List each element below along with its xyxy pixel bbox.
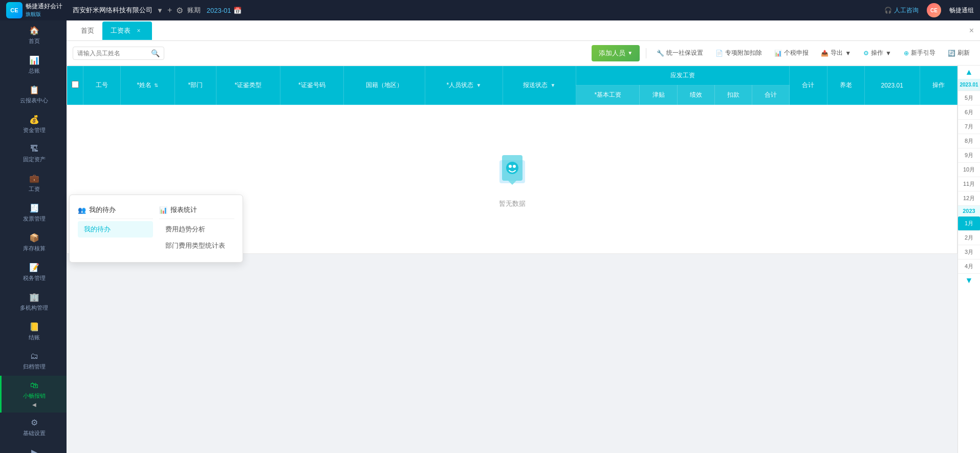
sidebar-item-close-accounts[interactable]: 📒 结账 — [0, 317, 67, 347]
sidebar-label-inventory: 库存核算 — [23, 245, 46, 252]
month-nav-down[interactable]: ▼ — [958, 274, 980, 287]
sidebar-item-invoice[interactable]: 🧾 发票管理 — [0, 198, 67, 228]
inventory-icon: 📦 — [29, 233, 39, 243]
th-nationality: 国籍（地区） — [344, 66, 425, 105]
month-item-5[interactable]: 5月 — [958, 91, 980, 105]
month-item-10[interactable]: 10月 — [958, 163, 980, 177]
month-item-11[interactable]: 11月 — [958, 177, 980, 191]
empty-text: 暂无数据 — [499, 199, 526, 208]
popup-todo-item[interactable]: 我的待办 — [78, 221, 153, 238]
tab-bar: 首页 工资表 × × — [67, 20, 980, 41]
month-nav-up[interactable]: ▲ — [958, 66, 980, 79]
tab-salary[interactable]: 工资表 × — [102, 21, 152, 40]
guide-icon: ▶ — [31, 447, 37, 453]
sidebar-item-guide[interactable]: ▶ 新手引导 — [0, 442, 67, 453]
export-icon: 📤 — [821, 50, 829, 57]
company-dropdown-icon[interactable]: ▼ — [157, 7, 163, 14]
month-item-12[interactable]: 12月 — [958, 191, 980, 206]
sidebar-item-multi-org[interactable]: 🏢 多机构管理 — [0, 287, 67, 317]
sidebar-label-salary: 工资 — [29, 185, 40, 193]
special-deduction-button[interactable]: 📄 专项附加扣除 — [711, 47, 766, 59]
month-item-1[interactable]: 1月 — [958, 217, 980, 231]
toolbar: 🔍 添加人员 ▼ 🔧 统一社保设置 📄 专项附加扣除 📊 — [67, 41, 980, 66]
export-button[interactable]: 📤 导出 ▼ — [817, 47, 855, 59]
month-item-2023-01[interactable]: 2023.01 — [958, 79, 980, 91]
th-total: 合计 — [790, 66, 827, 105]
month-item-3[interactable]: 3月 — [958, 245, 980, 260]
sidebar-item-ledger[interactable]: 📊 总账 — [0, 50, 67, 80]
toolbar-divider-1 — [646, 48, 646, 58]
operation-button[interactable]: ⚙ 操作 ▼ — [859, 47, 896, 59]
user-avatar: CE — [927, 3, 941, 17]
expense-icon: 🛍 — [30, 381, 38, 390]
popup-col-report: 📊 报表统计 费用趋势分析 部门费用类型统计表 — [159, 203, 234, 254]
tax-report-icon: 📊 — [774, 50, 782, 57]
sidebar-item-salary[interactable]: 💼 工资 — [0, 168, 67, 198]
popup-dept-expense[interactable]: 部门费用类型统计表 — [159, 238, 234, 254]
select-all-checkbox[interactable] — [72, 81, 79, 88]
th-report-status: 报送状态 ▼ — [503, 66, 576, 105]
month-item-7[interactable]: 7月 — [958, 120, 980, 134]
tax-report-button[interactable]: 📊 个税申报 — [770, 47, 813, 59]
popup-expense-trend[interactable]: 费用趋势分析 — [159, 221, 234, 238]
new-guide-button[interactable]: ⊕ 新手引导 — [900, 47, 940, 59]
month-item-4[interactable]: 4月 — [958, 260, 980, 274]
add-company-icon[interactable]: + — [167, 6, 172, 15]
sidebar-label-close-accounts: 结账 — [29, 334, 40, 341]
report-status-filter-icon: ▼ — [551, 82, 556, 88]
search-input[interactable] — [77, 50, 149, 57]
month-item-6[interactable]: 6月 — [958, 105, 980, 120]
close-accounts-icon: 📒 — [29, 322, 39, 332]
sidebar-item-inventory[interactable]: 📦 库存核算 — [0, 228, 67, 257]
deduction-icon: 📄 — [715, 50, 723, 57]
sidebar-item-tax[interactable]: 📝 税务管理 — [0, 257, 67, 287]
month-item-9[interactable]: 9月 — [958, 148, 980, 163]
cloud-report-icon: 📋 — [29, 85, 39, 95]
month-item-2[interactable]: 2月 — [958, 231, 980, 245]
tax-icon: 📝 — [29, 263, 39, 272]
month-item-8[interactable]: 8月 — [958, 134, 980, 148]
sidebar-item-home[interactable]: 🏠 首页 — [0, 20, 67, 50]
logo: CE 畅捷通好会计 旗舰版 — [6, 2, 62, 18]
popup-columns: 👥 我的待办 我的待办 📊 报表统计 费用趋势分析 部门费用类型统计表 — [78, 203, 234, 254]
popup-report-header: 📊 报表统计 — [159, 203, 234, 219]
sidebar-item-basic-settings[interactable]: ⚙ 基础设置 — [0, 413, 67, 442]
sidebar-label-expense: 小畅报销 — [23, 392, 46, 400]
calendar-icon[interactable]: 📅 — [233, 7, 242, 14]
report-icon: 📊 — [159, 206, 167, 214]
settings-icon[interactable]: ⚙ — [176, 6, 183, 15]
top-bar: CE 畅捷通好会计 旗舰版 西安虾米网络科技有限公司 ▼ + ⚙ 账期 2023… — [0, 0, 980, 20]
salary-icon: 💼 — [29, 174, 39, 183]
month-year-2023: 2023 — [958, 206, 980, 217]
headset-icon: 🎧 — [884, 7, 892, 14]
sidebar-item-archive[interactable]: 🗂 归档管理 — [0, 347, 67, 376]
top-bar-center: 西安虾米网络科技有限公司 ▼ + ⚙ 账期 2023-01 📅 — [62, 6, 884, 15]
operation-icon: ⚙ — [863, 50, 869, 57]
th-status: *人员状态 ▼ — [425, 66, 503, 105]
assets-icon: 🏗 — [30, 144, 38, 154]
refresh-button[interactable]: 🔄 刷新 — [944, 47, 974, 59]
svg-point-3 — [509, 165, 512, 168]
add-employee-button[interactable]: 添加人员 ▼ — [592, 45, 640, 61]
sidebar-item-cloud-report[interactable]: 📋 云报表中心 — [0, 80, 67, 110]
social-security-button[interactable]: 🔧 统一社保设置 — [652, 47, 707, 59]
th-base-salary: *基本工资 — [576, 85, 640, 105]
name-sort-icon: ⇅ — [154, 82, 158, 88]
empty-icon — [492, 150, 533, 191]
tab-close-button[interactable]: × — [134, 26, 144, 36]
company-name: 西安虾米网络科技有限公司 — [73, 6, 153, 15]
popup-menu: 👥 我的待办 我的待办 📊 报表统计 费用趋势分析 部门费用类型统计表 — [69, 195, 243, 263]
basic-settings-icon: ⚙ — [31, 418, 38, 427]
tab-close-right[interactable]: × — [969, 26, 974, 35]
tab-home[interactable]: 首页 — [73, 22, 102, 39]
new-guide-icon: ⊕ — [904, 50, 909, 57]
sidebar-item-expense[interactable]: 🛍 小畅报销 ◀ — [0, 376, 67, 413]
multi-org-icon: 🏢 — [29, 292, 39, 302]
popup-todo-header: 👥 我的待办 — [78, 203, 153, 219]
status-filter-icon: ▼ — [476, 82, 481, 88]
sidebar-item-fund[interactable]: 💰 资金管理 — [0, 110, 67, 139]
add-btn-label: 添加人员 — [599, 49, 625, 58]
service-button[interactable]: 🎧 人工咨询 — [884, 6, 919, 15]
th-salary-group: 应发工资 — [576, 66, 790, 85]
sidebar-item-assets[interactable]: 🏗 固定资产 — [0, 139, 67, 168]
